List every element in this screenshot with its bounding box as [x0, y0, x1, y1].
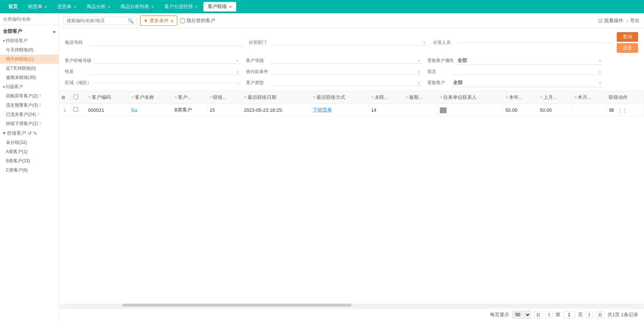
page-label: 第 [556, 311, 560, 318]
nav-close-icon[interactable]: × [74, 4, 76, 9]
nav-item-客户联络[interactable]: 客户联络× [203, 2, 236, 11]
filter-region-dots[interactable]: ··· [236, 80, 240, 86]
page-next-button[interactable]: ⟩ [586, 311, 593, 318]
main-search-icon[interactable]: 🔍 [128, 18, 134, 24]
page-number-input[interactable] [563, 311, 575, 318]
sidebar-item-today[interactable]: 今天待联络(0) [0, 45, 59, 55]
filter-retail-customer-select[interactable]: 全部 ∨ [452, 79, 603, 87]
query-button[interactable]: 查询 [617, 32, 638, 42]
export-label: 导出 [630, 17, 640, 24]
col-this-year[interactable]: ≡本年... [503, 91, 537, 104]
filter-dept-select[interactable]: ∨ [273, 39, 427, 45]
sidebar-item-churn-warning[interactable]: 流失预警客户(3) ? [0, 101, 59, 110]
select-all-checkbox[interactable] [73, 94, 78, 99]
filter-status-select[interactable]: ∨ [452, 69, 603, 75]
my-customers-checkbox-label[interactable]: 我分管的客户 [180, 17, 215, 24]
nav-item-商品分析[interactable]: 商品分析× [82, 2, 115, 11]
sidebar-item-7days[interactable]: 近7天待联络(0) [0, 64, 59, 73]
my-customers-checkbox[interactable] [180, 18, 185, 23]
sidebar-group-pending[interactable]: 待联络客户 [0, 36, 59, 45]
all-customers-header[interactable]: 全部客户 « [0, 25, 59, 36]
col-overdue[interactable]: ≡逾期... [403, 91, 437, 104]
col-last-date[interactable]: ≡最后联络日期 [242, 91, 311, 104]
sidebar-item-b-class[interactable]: B类客户(33) [0, 156, 59, 166]
filter-region: 区域（地区） ··· [65, 80, 240, 86]
row-this-year: 50.00 [503, 104, 537, 116]
nav-close-icon[interactable]: × [229, 4, 231, 9]
filter-phone-input[interactable] [89, 39, 243, 46]
filter-row-1: 电话号码 分管部门 ∨ 分管人员 ··· 查询 设置 [65, 32, 638, 53]
row-uncontacted: 14 [369, 104, 403, 116]
nav-item-销货单[interactable]: 销货单× [24, 2, 51, 11]
sidebar-item-c-class[interactable]: C类客户(6) [0, 166, 59, 175]
filter-nature-label: 性质 [65, 69, 87, 75]
sidebar-item-ungrouped[interactable]: 未分组(32) [0, 138, 59, 147]
sidebar-item-churned[interactable]: 已流失客户(24) ? [0, 110, 59, 119]
collapse-icon[interactable]: « [53, 29, 56, 34]
batch-operation-button[interactable]: ☑ 批量操作 [598, 17, 623, 24]
col-code[interactable]: ≡客户编码 [86, 91, 129, 104]
filter-retail-attr-value: 全部 [458, 57, 467, 64]
export-button[interactable]: ↑ 导出 [626, 17, 640, 24]
col-contacts[interactable]: ≡往来单位联系人 [437, 91, 503, 104]
col-last-method[interactable]: ≡最后联络方式 [311, 91, 369, 104]
nav-item-首页[interactable]: 首页 [4, 2, 22, 11]
col-last-month[interactable]: ≡上月... [538, 91, 572, 104]
page-of-label: 页 [578, 311, 583, 318]
filter-retail-customer: 零散客户 全部 ∨ [427, 79, 603, 87]
filter-customer-grade-select[interactable]: ∨ [270, 58, 421, 64]
per-page-select[interactable]: 50 100 200 [512, 311, 531, 319]
col-name[interactable]: ≡客户名称 [129, 91, 172, 104]
settings-icon[interactable]: ⚙ [61, 95, 66, 100]
page-last-button[interactable]: ⟩⟩ [596, 311, 605, 318]
filter-phone: 电话号码 [65, 39, 243, 46]
toolbar-right-actions: ☑ 批量操作 ↑ 导出 [598, 17, 640, 24]
filter-customer-type-select[interactable]: ∨ [270, 80, 421, 86]
filter-nature-select[interactable]: ∨ [89, 69, 240, 75]
nav-item-进货单[interactable]: 进货单× [53, 2, 80, 11]
nav-close-icon[interactable]: × [151, 4, 154, 9]
filter-customer-type-label: 客户类型 [246, 80, 268, 86]
col-contact-count[interactable]: ≡联络... [207, 91, 241, 104]
col-type[interactable]: ≡客户... [172, 91, 207, 104]
more-filter-button[interactable]: ▼ 更多条件 ∧ [140, 15, 177, 26]
row-checkbox[interactable] [73, 107, 78, 112]
action-more-icon[interactable]: ⋮⋮ [617, 107, 627, 113]
value-group-refresh-icon[interactable]: ↺ [28, 131, 32, 136]
sidebar-group-problems[interactable]: 问题客户 [0, 82, 59, 92]
filter-manager-dots[interactable]: ··· [606, 39, 611, 45]
filter-payment-select[interactable]: ∨ [270, 69, 421, 75]
row-actions: ☎ ⋮⋮ [606, 104, 644, 116]
sidebar-search-input[interactable] [3, 17, 58, 22]
nav-item-客户分层经营[interactable]: 客户分层经营× [160, 2, 202, 11]
filter-customer-type-arrow: ∨ [417, 81, 420, 85]
sidebar-item-a-class[interactable]: A类客户(1) [0, 147, 59, 156]
filter-retail-attr-select[interactable]: 全部 ∨ [456, 56, 603, 65]
col-uncontacted[interactable]: ≡未联... [369, 91, 403, 104]
sidebar-item-overdue[interactable]: 逾期未联络(30) [0, 73, 59, 82]
sidebar-item-repurchase-anomaly[interactable]: 回购异常客户(2) ? [0, 92, 59, 101]
horizontal-scrollbar[interactable] [65, 304, 638, 307]
col-this-month[interactable]: ≡本月... [572, 91, 606, 104]
main-search-input[interactable] [67, 18, 126, 23]
nav-close-icon[interactable]: × [45, 4, 47, 9]
set-button[interactable]: 设置 [617, 43, 638, 53]
action-phone-icon[interactable]: ☎ [609, 107, 615, 113]
filter-payment-label: 收付款条件 [246, 69, 268, 75]
nav-item-商品分析列表[interactable]: 商品分析列表× [116, 2, 158, 11]
scrollbar-thumb [122, 304, 351, 307]
filter-price-level-select[interactable]: ∨ [94, 58, 240, 64]
last-method-link[interactable]: 下销货单 [313, 107, 332, 113]
sidebar-item-declining[interactable]: 持续下滑客户(2) ? [0, 119, 59, 128]
value-group-edit-icon[interactable]: ✎ [33, 131, 37, 136]
page-prev-button[interactable]: ⟨ [546, 311, 553, 318]
page-first-button[interactable]: ⟨⟨ [534, 311, 543, 318]
table-row: 1 000021 Ea B类客户 15 2023-05-23 18:25: 下销… [59, 104, 644, 116]
sidebar-group-value-label: ▾ 价值客户 [3, 130, 26, 137]
sidebar-item-tomorrow[interactable]: 明天待联络(1) [0, 55, 59, 64]
table-body: 1 000021 Ea B类客户 15 2023-05-23 18:25: 下销… [59, 104, 644, 116]
nav-close-icon[interactable]: × [108, 4, 110, 9]
nav-close-icon[interactable]: × [195, 4, 197, 9]
filter-retail-customer-label: 零散客户 [427, 80, 449, 86]
row-checkbox-cell [71, 104, 86, 116]
